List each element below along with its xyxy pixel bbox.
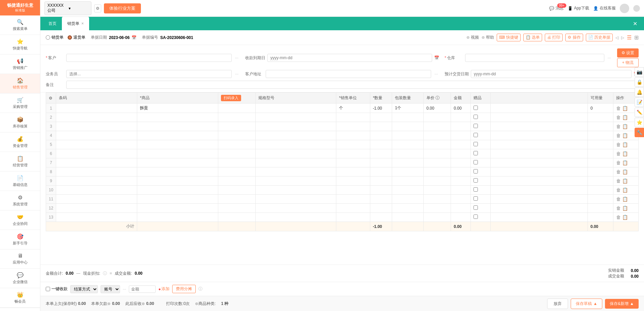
cell-gift[interactable] [471,213,491,222]
save-new-button[interactable]: 保存&新增 ▲ [605,299,639,309]
due-date-calendar-icon[interactable]: 📅 [434,55,439,60]
copy-row-button[interactable]: 📋 [622,115,628,120]
account-dots-btn[interactable]: ··· [123,287,126,291]
cell-barcode[interactable] [56,113,137,122]
radio-sale-input[interactable] [46,35,50,40]
copy-row-button[interactable]: 📋 [622,196,628,202]
cell-spec[interactable] [255,204,336,213]
cell-barcode[interactable] [56,158,137,167]
sidebar-item-wechat[interactable]: 💬 企业微信 [0,269,40,288]
cell-spec[interactable] [255,177,336,186]
sidebar-item-finance[interactable]: 💰 资金管理 [0,132,40,152]
cell-barcode[interactable] [56,104,137,113]
sidebar-item-enterprise[interactable]: 🤝 企业协同 [0,210,40,230]
select-btn[interactable]: 📋 选单 [523,34,542,41]
delivery-date-input[interactable] [471,70,632,78]
cell-barcode[interactable] [56,186,137,195]
float-edit-btn[interactable]: ✏️ [635,108,644,117]
delete-row-button[interactable]: 🗑 [616,160,621,165]
view-grid-icon[interactable]: ⊞ [634,34,639,41]
logistics-btn[interactable]: + 物流 [617,58,639,67]
product-input[interactable] [140,160,215,165]
gift-checkbox[interactable] [473,151,478,155]
cell-gift[interactable] [471,140,491,149]
cell-qty[interactable] [370,158,392,167]
cell-gift[interactable] [471,149,491,158]
tab-sales-order[interactable]: 销货单 × [62,17,89,30]
float-bell-btn[interactable]: 🔔 [635,87,644,97]
cell-qty[interactable] [370,122,392,131]
product-input[interactable] [140,124,215,129]
gift-checkbox[interactable] [473,142,478,146]
notes-input[interactable] [66,81,639,89]
copy-row-button[interactable]: 📋 [622,215,628,220]
company-selector[interactable]: XXXXXX公司 ▾ [44,1,91,15]
product-input[interactable] [140,169,215,174]
cell-unit-price[interactable] [424,149,451,158]
sidebar-item-appcenter[interactable]: 🖥 应用中心 [0,249,40,269]
help-circle-icon[interactable]: ⓘ [103,271,107,276]
customer-address-input[interactable] [266,70,431,78]
cell-gift[interactable] [471,177,491,186]
float-orange-btn[interactable]: 🔧 [635,128,644,137]
cell-barcode[interactable] [56,131,137,140]
spec-input[interactable] [258,133,334,138]
one-click-payment-checkbox[interactable]: 一键收款 [46,286,68,292]
product-input[interactable] [140,151,215,156]
calendar-icon[interactable]: 📅 [131,35,137,40]
cell-qty[interactable] [370,195,392,204]
barcode-input[interactable] [59,115,134,120]
barcode-input[interactable] [59,160,134,165]
copy-row-button[interactable]: 📋 [622,187,628,193]
spec-input[interactable] [258,179,334,183]
spec-input[interactable] [258,160,334,165]
cell-gift[interactable] [471,122,491,131]
barcode-input[interactable] [59,179,134,183]
discard-button[interactable]: 放弃 [547,299,568,309]
cell-qty[interactable]: -1.00 [370,104,392,113]
cell-gift[interactable] [471,104,491,113]
cell-spec[interactable] [255,167,336,177]
close-window-icon[interactable]: ✕ [629,21,641,27]
delete-row-button[interactable]: 🗑 [616,133,621,138]
cell-barcode[interactable] [56,140,137,149]
gift-checkbox[interactable] [473,169,478,173]
cell-spec[interactable] [255,158,336,167]
cell-qty[interactable] [370,186,392,195]
copy-row-button[interactable]: 📋 [622,169,628,174]
cell-spec[interactable] [255,104,336,113]
cell-barcode[interactable] [56,213,137,222]
cell-product[interactable] [137,149,218,158]
float-note-btn[interactable]: 📝 [635,98,644,107]
delete-row-button[interactable]: 🗑 [616,151,621,156]
online-service-button[interactable]: 👤 在线客服 [593,5,616,11]
cell-barcode[interactable] [56,167,137,177]
gift-checkbox[interactable] [473,115,478,119]
cell-gift[interactable] [471,131,491,140]
gift-checkbox[interactable] [473,187,478,192]
copy-row-button[interactable]: 📋 [622,133,628,138]
gift-checkbox[interactable] [473,124,478,128]
barcode-input[interactable] [59,188,134,192]
messages-button[interactable]: 💬 消息 99+ [549,5,564,11]
cell-qty[interactable] [370,167,392,177]
cell-spec[interactable] [255,140,336,149]
delete-row-button[interactable]: 🗑 [616,142,621,147]
product-input[interactable] [140,197,215,201]
gift-checkbox[interactable] [473,133,478,137]
cell-qty[interactable] [370,149,392,158]
cell-spec[interactable] [255,149,336,158]
product-input[interactable] [140,179,215,183]
sidebar-item-search[interactable]: 🔍 搜索菜单 [0,15,40,35]
barcode-input[interactable] [59,206,134,210]
delete-row-button[interactable]: 🗑 [616,124,621,129]
sidebar-item-marketing[interactable]: 📢 营销推广 [0,54,40,74]
sidebar-item-purchase[interactable]: 🛒 采购管理 [0,93,40,113]
cell-product[interactable] [137,204,218,213]
spec-input[interactable] [258,124,334,129]
gift-checkbox[interactable] [473,215,478,219]
cell-spec[interactable] [255,195,336,204]
gift-checkbox[interactable] [473,205,478,210]
gift-checkbox[interactable] [473,106,478,110]
radio-sale-order[interactable]: 销货单 [46,35,64,40]
